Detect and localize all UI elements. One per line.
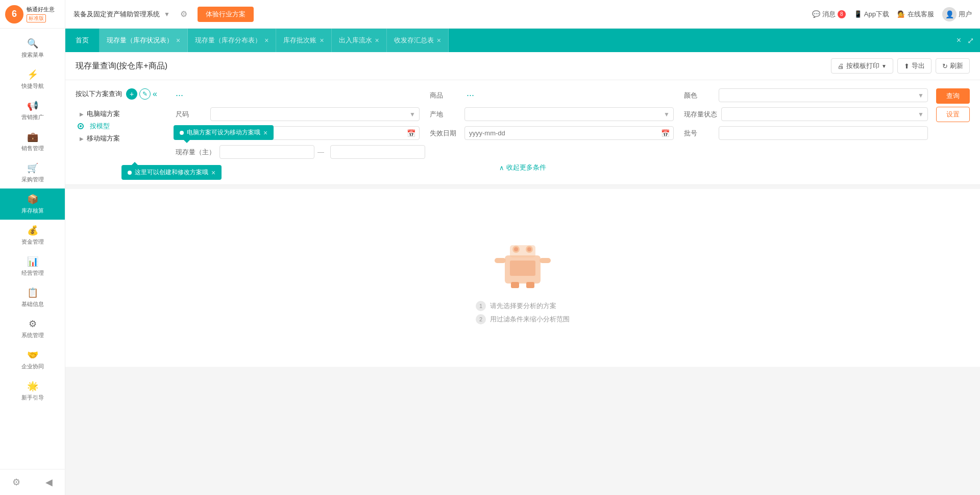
search-buttons: 查询 设置 [936,88,970,122]
color-select[interactable] [719,88,928,102]
batch-input[interactable] [719,126,928,140]
purchase-icon: 🛒 [27,162,38,174]
filter-warehouse: ··· [176,88,420,102]
sidebar-item-guide[interactable]: 🌟 新手引导 [0,375,65,407]
sidebar-item-search[interactable]: 🔍 搜索菜单 [0,33,65,64]
app-download-btn[interactable]: 📱 App下载 [854,10,889,19]
mfg-date-calendar-icon[interactable]: 📅 [407,129,415,137]
robot-illustration [492,230,553,291]
header-right: 💬 消息 8 📱 App下载 💁 在线客服 👤 用户 [812,7,972,21]
mobile-scheme-label: 移动端方案 [87,134,120,143]
print-icon: 🖨 [838,62,844,70]
tab-stock-dist-label: 现存量（库存分布表） [195,36,261,45]
tab-summary-close[interactable]: × [437,36,441,44]
page-actions: 🖨 按模板打印 ▼ ⬆ 导出 ↻ 刷新 [831,58,970,74]
sidebar-item-inventory[interactable]: 📦 库存核算 [0,188,65,220]
online-service-label: 在线客服 [908,10,934,19]
sidebar-item-quicknav-label: 快捷导航 [21,82,44,90]
search-nav-icon: 🔍 [27,38,38,49]
tab-stock-dist[interactable]: 现存量（库存分布表） × [188,29,276,52]
exp-date-from-input[interactable] [464,126,674,140]
filter-row-1: ··· 商品 ··· 颜色 ▼ [176,88,928,102]
sidebar-item-enterprise[interactable]: 🤝 企业协同 [0,344,65,375]
tab-stock-status[interactable]: 现存量（库存状况表） × [100,29,188,52]
tab-home[interactable]: 首页 [65,29,100,52]
sidebar-item-marketing[interactable]: 📢 营销推广 [0,95,65,126]
online-service-btn[interactable]: 💁 在线客服 [897,10,934,19]
sidebar-footer: ⚙ ◀ [0,469,65,495]
reset-btn[interactable]: 设置 [936,107,970,122]
tooltip-close-2[interactable]: × [211,169,215,177]
page-content: 现存量查询(按仓库+商品) 🖨 按模板打印 ▼ ⬆ 导出 ↻ 刷新 [65,52,980,495]
mobile-expand-arrow: ▶ [80,136,84,142]
sidebar-item-sales[interactable]: 💼 销售管理 [0,126,65,157]
stock-to-input[interactable] [330,145,425,159]
filter-label: 按以下方案查询 [76,89,122,99]
exp-date-calendar-icon[interactable]: 📅 [661,129,670,137]
sidebar-item-finance[interactable]: 💰 资金管理 [0,220,65,251]
refresh-btn[interactable]: ↻ 刷新 [936,58,970,74]
collapse-sidebar-icon[interactable]: ◀ [43,475,55,490]
tab-summary[interactable]: 收发存汇总表 × [387,29,449,52]
filter-row-2: 尺码 ▼ 产地 ▼ [176,107,928,121]
notification-icon: 💬 [812,10,820,18]
tab-batch-close[interactable]: × [320,36,324,44]
tab-inout-flow-close[interactable]: × [375,36,379,44]
user-area[interactable]: 👤 用户 [942,7,972,21]
page-header: 现存量查询(按仓库+商品) 🖨 按模板打印 ▼ ⬆ 导出 ↻ 刷新 [65,52,980,80]
settings-icon[interactable]: ⚙ [10,475,22,490]
scheme-desktop[interactable]: ▶ 电脑端方案 [76,108,167,120]
system-selector[interactable]: 装备及固定资产辅助管理系统 ▼ [74,10,170,19]
sidebar-item-basic[interactable]: 📋 基础信息 [0,282,65,313]
tab-expand-icon[interactable]: ⤢ [965,35,976,46]
scheme-arrow-icon[interactable]: « [153,89,157,99]
filter-exp-date: 失效日期 📅 [430,126,674,140]
sidebar-item-operations-label: 经营管理 [21,269,44,277]
export-btn[interactable]: ⬆ 导出 [897,58,932,74]
print-template-btn[interactable]: 🖨 按模板打印 ▼ [831,58,893,74]
tab-close-all-icon[interactable]: × [954,35,963,46]
stock-from-input[interactable] [219,145,314,159]
scheme-mobile[interactable]: ▶ 移动端方案 [76,132,167,145]
empty-state: 1 请先选择要分析的方案 2 用过滤条件来缩小分析范围 [65,189,980,367]
sidebar-item-finance-label: 资金管理 [21,238,44,246]
tab-inout-flow[interactable]: 出入库流水 × [332,29,387,52]
stock-status-select[interactable] [721,107,928,121]
origin-select[interactable] [464,107,674,121]
filter-dots-1[interactable]: ··· [176,90,183,101]
size-select[interactable] [210,107,420,121]
add-scheme-btn[interactable]: + [126,88,137,100]
scheme-desktop-items: 按模型 [76,120,167,132]
basic-icon: 📋 [27,287,38,298]
user-label: 用户 [959,10,972,19]
sidebar-item-basic-label: 基础信息 [21,300,44,308]
export-icon: ⬆ [904,62,910,70]
system-dropdown-arrow: ▼ [164,11,170,18]
system-gear-icon[interactable]: ⚙ [180,9,187,19]
app-badge: 标准版 [27,14,46,22]
tooltip-close-1[interactable]: × [263,129,267,137]
sidebar-item-system[interactable]: ⚙ 系统管理 [0,313,65,344]
filter-dots-goods[interactable]: ··· [467,90,474,101]
tab-stock-dist-close[interactable]: × [264,36,268,44]
svg-rect-9 [495,258,506,263]
svg-rect-1 [510,261,535,276]
search-btn[interactable]: 查询 [936,88,970,104]
export-label: 导出 [912,61,925,70]
notification-btn[interactable]: 💬 消息 8 [812,10,846,19]
tab-home-label: 首页 [76,36,89,45]
filter-icon-actions: + ✎ « [126,88,157,100]
sidebar-item-operations[interactable]: 📊 经营管理 [0,251,65,282]
sidebar: 6 畅通好生意 标准版 🔍 搜索菜单 ⚡ 快捷导航 📢 营销推广 💼 销售管理 … [0,0,65,495]
scheme-desktop-item[interactable]: 按模型 [86,120,167,132]
tab-batch[interactable]: 库存批次账 × [276,29,331,52]
scheme-panel: 按以下方案查询 + ✎ « ▶ 电脑端方案 [76,88,167,145]
tab-stock-status-close[interactable]: × [176,36,180,44]
edit-scheme-btn[interactable]: ✎ [139,88,151,100]
sidebar-item-quicknav[interactable]: ⚡ 快捷导航 [0,64,65,95]
experience-button[interactable]: 体验行业方案 [198,7,254,22]
collapse-arrow-icon: ∧ [499,164,504,172]
sidebar-item-sales-label: 销售管理 [21,145,44,152]
sidebar-item-purchase[interactable]: 🛒 采购管理 [0,157,65,188]
quicknav-icon: ⚡ [27,69,38,80]
